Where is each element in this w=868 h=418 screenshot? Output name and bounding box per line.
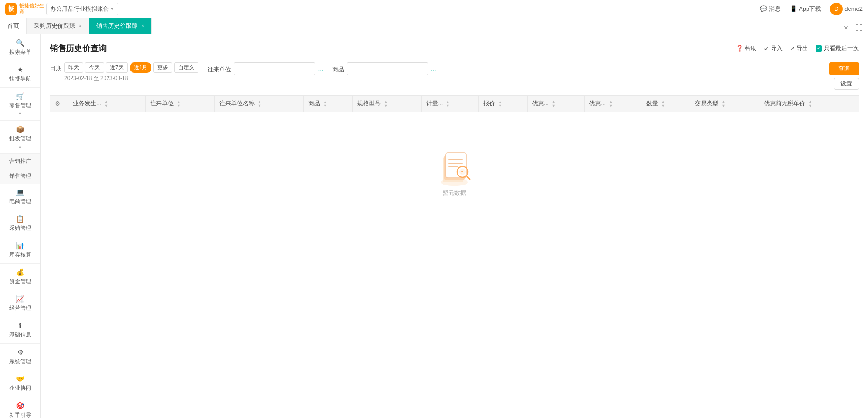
sidebar: 🔍 搜索菜单 ★ 快捷导航 🛒 零售管理 ▾ 📦 批发管理 ▴ 营销推广 销售管… (0, 34, 41, 418)
sidebar-item-wholesale[interactable]: 📦 批发管理 ▴ (0, 121, 40, 154)
partner-dots-btn[interactable]: ... (318, 65, 323, 72)
sort-arrows-pretax-price: ▲▼ (808, 100, 812, 108)
user-name: demo2 (844, 5, 863, 12)
export-btn[interactable]: ↗ 导出 (790, 44, 808, 52)
topbar-right: 💬 消息 📱 App下载 D demo2 (760, 3, 863, 15)
no-data-illustration: ? (432, 148, 477, 189)
tab-sales-history-close[interactable]: × (141, 23, 144, 28)
th-discount2[interactable]: 优惠... ▲▼ (585, 96, 642, 112)
sort-arrows-discount2: ▲▼ (609, 100, 613, 108)
date-btn-more[interactable]: 更多 (153, 62, 172, 73)
sidebar-item-guide[interactable]: 🎯 新手引导 (0, 397, 40, 418)
date-btn-yesterday[interactable]: 昨天 (64, 62, 83, 73)
sidebar-item-search-label: 搜索菜单 (9, 48, 31, 56)
partner-label: 往来单位 (208, 64, 231, 74)
inventory-icon: 📊 (16, 242, 24, 250)
goods-input[interactable] (347, 62, 428, 75)
sort-arrows-qty: ▲▼ (661, 100, 665, 108)
export-icon: ↗ (790, 45, 795, 52)
close-all-tabs-btn[interactable]: × (842, 22, 850, 34)
sidebar-item-finance[interactable]: 💰 资金管理 (0, 264, 40, 290)
th-pretax-price[interactable]: 优惠前无税单价 ▲▼ (760, 96, 859, 112)
tab-sales-history[interactable]: 销售历史价跟踪 × (89, 18, 151, 34)
sidebar-item-ecommerce-label: 电商管理 (9, 198, 31, 205)
export-label: 导出 (797, 44, 808, 52)
enterprise-icon: 🤝 (16, 375, 24, 383)
sidebar-item-ecommerce[interactable]: 💻 电商管理 (0, 184, 40, 210)
th-partner-name[interactable]: 往来单位名称 ▲▼ (214, 96, 303, 112)
date-btn-7days[interactable]: 近7天 (106, 62, 128, 73)
th-discount1[interactable]: 优惠... ▲▼ (527, 96, 584, 112)
partner-input[interactable] (234, 62, 315, 75)
basics-icon: ℹ (19, 322, 22, 330)
chevron-up-icon: ▴ (19, 144, 21, 149)
data-table: ⚙ 业务发生... ▲▼ 往来单位 ▲▼ 往来单位名称 (50, 95, 859, 112)
goods-dots-btn[interactable]: ... (431, 65, 436, 72)
sidebar-item-inventory-label: 库存核算 (9, 251, 31, 259)
th-biz-date[interactable]: 业务发生... ▲▼ (68, 96, 146, 112)
date-btn-custom[interactable]: 自定义 (174, 62, 198, 73)
sidebar-item-purchase-label: 采购管理 (9, 224, 31, 232)
th-settings: ⚙ (50, 96, 68, 112)
page-container: 销售历史价查询 ❓ 帮助 ↙ 导入 ↗ 导出 ✓ (41, 34, 868, 418)
app-download-btn[interactable]: 📱 App下载 (790, 5, 821, 13)
table-header-row: ⚙ 业务发生... ▲▼ 往来单位 ▲▼ 往来单位名称 (50, 96, 859, 112)
th-trade-type[interactable]: 交易类型 ▲▼ (690, 96, 760, 112)
import-btn[interactable]: ↙ 导入 (764, 44, 783, 52)
sidebar-item-operations-label: 经营管理 (9, 304, 31, 312)
th-qty[interactable]: 数量 ▲▼ (642, 96, 690, 112)
th-spec[interactable]: 规格型号 ▲▼ (353, 96, 422, 112)
gear-icon[interactable]: ⚙ (55, 100, 61, 107)
date-filter-label: 日期 (50, 62, 61, 72)
operations-icon: 📈 (16, 295, 24, 303)
user-info[interactable]: D demo2 (830, 3, 863, 15)
sidebar-item-marketing[interactable]: 营销推广 (0, 154, 40, 169)
topbar: 畅 畅捷信好生意 办公用品行业模拟账套 ▾ 💬 消息 📱 App下载 D dem… (0, 0, 868, 18)
sidebar-item-wholesale-label: 批发管理 (9, 135, 31, 142)
tab-home[interactable]: 首页 (0, 18, 27, 34)
tab-sales-history-label: 销售历史价跟踪 (96, 22, 137, 30)
sidebar-item-system-label: 系统管理 (9, 358, 31, 366)
sidebar-item-inventory[interactable]: 📊 库存核算 (0, 237, 40, 264)
page-header-actions: ❓ 帮助 ↙ 导入 ↗ 导出 ✓ 只看最后一次 (736, 44, 859, 52)
sidebar-item-finance-label: 资金管理 (9, 278, 31, 285)
retail-icon: 🛒 (16, 92, 24, 100)
sort-arrows-trade-type: ▲▼ (722, 100, 726, 108)
sort-arrows-partner-name: ▲▼ (257, 100, 261, 108)
import-label: 导入 (771, 44, 783, 52)
help-btn[interactable]: ❓ 帮助 (736, 44, 757, 52)
page-header: 销售历史价查询 ❓ 帮助 ↙ 导入 ↗ 导出 ✓ (41, 34, 868, 57)
tab-purchase-history[interactable]: 采购历史价跟踪 × (27, 18, 89, 34)
th-goods[interactable]: 商品 ▲▼ (304, 96, 353, 112)
tab-purchase-history-close[interactable]: × (79, 23, 81, 28)
th-quote[interactable]: 报价 ▲▼ (479, 96, 528, 112)
filter-actions: 查询 设置 (829, 62, 859, 90)
sidebar-item-system[interactable]: ⚙ 系统管理 (0, 344, 40, 370)
only-last-checkbox[interactable]: ✓ 只看最后一次 (816, 44, 859, 52)
system-icon: ⚙ (17, 348, 23, 356)
download-icon: 📱 (790, 5, 797, 12)
app-selector[interactable]: 办公用品行业模拟账套 ▾ (46, 3, 118, 15)
sidebar-item-purchase[interactable]: 📋 采购管理 (0, 210, 40, 237)
wholesale-icon: 📦 (16, 125, 24, 133)
sidebar-item-basics-label: 基础信息 (9, 331, 31, 339)
message-btn[interactable]: 💬 消息 (760, 5, 781, 13)
sidebar-item-operations[interactable]: 📈 经营管理 (0, 290, 40, 317)
goods-filter-group: 商品 ... (332, 62, 436, 75)
sidebar-item-enterprise[interactable]: 🤝 企业协同 (0, 370, 40, 397)
date-btn-today[interactable]: 今天 (85, 62, 104, 73)
settings-btn[interactable]: 设置 (834, 78, 859, 90)
fullscreen-btn[interactable]: ⛶ (854, 22, 864, 34)
sidebar-item-retail[interactable]: 🛒 零售管理 ▾ (0, 88, 40, 121)
sidebar-item-quick-nav[interactable]: ★ 快捷导航 (0, 61, 40, 88)
chevron-down-icon: ▾ (111, 6, 113, 12)
th-unit[interactable]: 计量... ▲▼ (421, 96, 478, 112)
sidebar-item-quick-nav-label: 快捷导航 (9, 75, 31, 83)
sidebar-item-sales[interactable]: 销售管理 (0, 169, 40, 184)
sort-arrows-goods: ▲▼ (323, 100, 327, 108)
th-partner-code[interactable]: 往来单位 ▲▼ (146, 96, 215, 112)
query-btn[interactable]: 查询 (829, 62, 859, 75)
date-btn-1month[interactable]: 近1月 (130, 62, 152, 73)
sidebar-item-search[interactable]: 🔍 搜索菜单 (0, 34, 40, 61)
sidebar-item-basics[interactable]: ℹ 基础信息 (0, 317, 40, 344)
